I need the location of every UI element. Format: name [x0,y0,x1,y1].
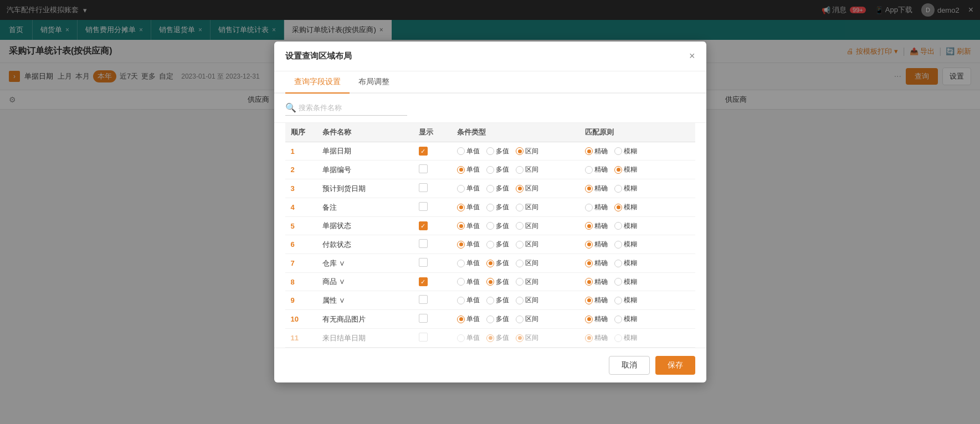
match-radio-item[interactable]: 精确 [585,277,608,287]
row-show-checkbox[interactable] [413,329,451,348]
match-radio-item[interactable]: 模糊 [614,203,637,212]
match-radio-item[interactable]: 精确 [585,221,608,231]
match-radio-item[interactable]: 精确 [585,184,608,193]
row-show-checkbox[interactable] [413,142,451,161]
type-radio-item[interactable]: 区间 [516,258,538,268]
radio-circle [486,316,494,323]
type-radio-item[interactable]: 单值 [457,333,480,343]
type-radio-item[interactable]: 单值 [457,147,480,156]
row-show-checkbox[interactable] [413,161,451,179]
match-radio-item[interactable]: 模糊 [614,333,637,343]
type-radio-item[interactable]: 多值 [486,296,509,305]
search-input[interactable] [299,104,398,112]
type-radio-item[interactable]: 区间 [516,203,538,212]
match-radio-item[interactable]: 模糊 [614,221,637,231]
radio-circle [457,147,465,155]
match-radio-item[interactable]: 精确 [585,258,608,268]
show-checkbox[interactable] [419,295,428,304]
show-checkbox[interactable] [419,277,428,286]
radio-label: 模糊 [624,165,637,174]
radio-label: 多值 [496,147,509,156]
type-radio-item[interactable]: 区间 [516,221,538,231]
radio-circle [516,334,524,342]
table-row: 6付款状态单值多值区间精确模糊 [285,235,695,254]
show-checkbox[interactable] [419,147,428,156]
match-radio-item[interactable]: 模糊 [614,277,637,287]
type-radio-item[interactable]: 多值 [486,333,509,343]
show-checkbox[interactable] [419,239,428,248]
row-show-checkbox[interactable] [413,198,451,217]
type-radio-item[interactable]: 区间 [516,314,538,324]
type-radio-item[interactable]: 单值 [457,277,480,287]
type-radio-item[interactable]: 多值 [486,314,509,324]
show-checkbox[interactable] [419,258,428,267]
type-radio-item[interactable]: 多值 [486,165,509,174]
row-show-checkbox[interactable] [413,217,451,235]
show-checkbox[interactable] [419,202,428,211]
type-radio-item[interactable]: 多值 [486,240,509,249]
type-radio-item[interactable]: 单值 [457,240,480,249]
radio-label: 区间 [525,296,538,305]
cancel-button[interactable]: 取消 [609,356,650,375]
row-match-radios: 精确模糊 [579,179,695,198]
match-radio-item[interactable]: 模糊 [614,314,637,324]
modal-close-button[interactable]: × [689,50,695,62]
type-radio-item[interactable]: 单值 [457,314,480,324]
type-radio-item[interactable]: 单值 [457,221,480,231]
type-radio-item[interactable]: 单值 [457,258,480,268]
type-radio-item[interactable]: 区间 [516,147,538,156]
row-show-checkbox[interactable] [413,235,451,254]
match-radio-item[interactable]: 模糊 [614,147,637,156]
match-radio-item[interactable]: 精确 [585,147,608,156]
type-radio-item[interactable]: 区间 [516,240,538,249]
type-radio-item[interactable]: 区间 [516,277,538,287]
type-radio-item[interactable]: 多值 [486,258,509,268]
radio-label: 精确 [594,296,608,305]
row-show-checkbox[interactable] [413,179,451,198]
save-button[interactable]: 保存 [655,356,695,375]
type-radio-item[interactable]: 多值 [486,147,509,156]
row-show-checkbox[interactable] [413,291,451,310]
modal-tab-layout[interactable]: 布局调整 [350,71,398,94]
row-show-checkbox[interactable] [413,273,451,291]
match-radio-item[interactable]: 模糊 [614,258,637,268]
row-show-checkbox[interactable] [413,310,451,329]
type-radio-item[interactable]: 单值 [457,184,480,193]
type-radio-item[interactable]: 多值 [486,277,509,287]
match-radio-item[interactable]: 精确 [585,203,608,212]
type-radio-item[interactable]: 多值 [486,184,509,193]
show-checkbox[interactable] [419,221,428,230]
row-show-checkbox[interactable] [413,254,451,273]
type-radio-item[interactable]: 区间 [516,184,538,193]
match-radio-item[interactable]: 模糊 [614,296,637,305]
match-radio-item[interactable]: 精确 [585,165,608,174]
match-radio-group: 精确模糊 [585,165,689,174]
show-checkbox[interactable] [419,164,428,173]
type-radio-item[interactable]: 单值 [457,165,480,174]
radio-circle [585,260,593,267]
match-radio-item[interactable]: 模糊 [614,184,637,193]
match-radio-item[interactable]: 模糊 [614,240,637,249]
show-checkbox[interactable] [419,333,428,342]
radio-circle [516,204,524,211]
modal-search-area: 🔍 [274,94,706,123]
radio-circle [486,334,494,342]
radio-label: 区间 [525,333,538,343]
type-radio-item[interactable]: 单值 [457,296,480,305]
show-checkbox[interactable] [419,183,428,192]
modal-tab-fields[interactable]: 查询字段设置 [285,71,350,94]
row-condition-name: 单据日期 [317,142,413,161]
type-radio-item[interactable]: 单值 [457,203,480,212]
match-radio-item[interactable]: 精确 [585,333,608,343]
type-radio-item[interactable]: 多值 [486,203,509,212]
type-radio-item[interactable]: 多值 [486,221,509,231]
type-radio-item[interactable]: 区间 [516,296,538,305]
type-radio-item[interactable]: 区间 [516,333,538,343]
radio-label: 单值 [466,147,480,156]
match-radio-item[interactable]: 精确 [585,314,608,324]
match-radio-item[interactable]: 精确 [585,240,608,249]
match-radio-item[interactable]: 模糊 [614,165,637,174]
match-radio-item[interactable]: 精确 [585,296,608,305]
show-checkbox[interactable] [419,314,428,323]
type-radio-item[interactable]: 区间 [516,165,538,174]
